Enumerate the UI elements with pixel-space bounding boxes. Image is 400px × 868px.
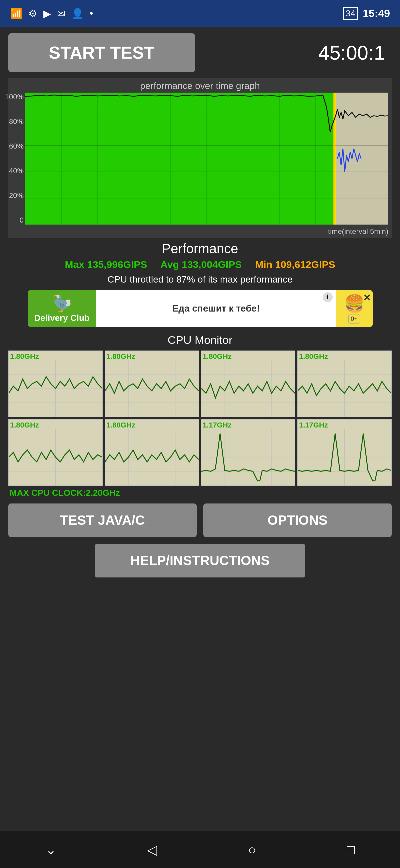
y-label-60: 60% <box>9 142 24 151</box>
cpu-graph-8 <box>298 429 391 486</box>
cpu-wave-5 <box>9 429 102 486</box>
ad-message: Еда спешит к тебе! <box>96 290 336 327</box>
cpu-grid-top: 1.80GHz 1.80GHz <box>8 350 392 417</box>
timer-display: 45:00:1 <box>318 41 385 64</box>
stat-max: Max 135,996GIPS <box>65 259 147 270</box>
battery-indicator: 34 <box>343 7 358 20</box>
cpu-monitor-title: CPU Monitor <box>8 334 392 346</box>
status-bar-right: 34 15:49 <box>343 7 390 20</box>
cpu-freq-3: 1.80GHz <box>203 352 232 361</box>
y-label-80: 80% <box>9 117 24 126</box>
nav-chevron-down-button[interactable]: ⌄ <box>35 839 67 861</box>
graph-x-label: time(interval 5min) <box>328 227 388 236</box>
cpu-graph-4 <box>298 360 391 417</box>
cpu-freq-4: 1.80GHz <box>299 352 328 361</box>
ad-food-icon: 🍔 <box>344 294 365 313</box>
cpu-monitor-section: CPU Monitor 1.80GHz <box>8 334 392 498</box>
ad-ostrich-icon: 🦤 <box>52 294 72 313</box>
cpu-graph-7 <box>201 429 295 486</box>
cpu-wave-2 <box>105 360 199 417</box>
cpu-graph-3 <box>201 360 295 417</box>
ad-info-button[interactable]: ℹ <box>323 292 333 302</box>
cpu-cell-7: 1.17GHz <box>201 419 295 486</box>
mail-icon: ✉ <box>57 8 65 19</box>
ad-banner[interactable]: 🦤 Delivery Club Еда спешит к тебе! 🍔 0+ … <box>28 290 373 327</box>
cpu-graph-5 <box>9 429 102 486</box>
cpu-cell-3: 1.80GHz <box>201 350 295 417</box>
help-instructions-button[interactable]: HELP/INSTRUCTIONS <box>95 544 306 578</box>
dot-icon: • <box>90 8 93 19</box>
cpu-freq-2: 1.80GHz <box>106 352 135 361</box>
nav-recent-button[interactable]: □ <box>337 839 365 861</box>
top-row: START TEST 45:00:1 <box>8 33 392 72</box>
performance-graph-container: performance over time graph 100% 80% 60%… <box>8 78 392 238</box>
y-label-0: 0 <box>20 216 24 224</box>
cpu-wave-6 <box>105 429 199 486</box>
status-bar: 📶 ⚙ ▶ ✉ 👤 • 34 15:49 <box>0 0 400 27</box>
cpu-freq-8: 1.17GHz <box>299 421 328 430</box>
cpu-cell-6: 1.80GHz <box>105 419 199 486</box>
test-java-button[interactable]: TEST JAVA/C <box>8 503 197 537</box>
cpu-cell-2: 1.80GHz <box>105 350 199 417</box>
y-label-100: 100% <box>5 93 24 101</box>
ad-brand: Delivery Club <box>34 313 90 323</box>
cpu-freq-6: 1.80GHz <box>106 421 135 430</box>
y-label-20: 20% <box>9 191 24 200</box>
cpu-wave-3 <box>201 360 295 417</box>
nav-home-button[interactable]: ○ <box>238 839 266 861</box>
start-test-button[interactable]: START TEST <box>8 33 195 72</box>
cpu-wave-4 <box>298 360 391 417</box>
graph-svg <box>25 93 388 224</box>
cpu-freq-1: 1.80GHz <box>10 352 39 361</box>
graph-y-labels: 100% 80% 60% 40% 20% 0 <box>8 93 25 224</box>
cpu-freq-7: 1.17GHz <box>203 421 232 430</box>
stat-avg: Avg 133,004GIPS <box>160 259 242 270</box>
graph-canvas <box>25 93 388 224</box>
ad-close-button[interactable]: ✕ <box>363 292 371 303</box>
graph-title: performance over time graph <box>8 81 392 91</box>
throttle-text: CPU throttled to 87% of its max performa… <box>8 274 392 285</box>
cpu-wave-8 <box>298 429 391 486</box>
cpu-cell-1: 1.80GHz <box>8 350 103 417</box>
cpu-graph-2 <box>105 360 199 417</box>
stat-min: Min 109,612GIPS <box>255 259 335 270</box>
y-label-40: 40% <box>9 166 24 175</box>
ad-age-rating: 0+ <box>348 314 360 323</box>
performance-label: Performance <box>8 241 392 256</box>
cpu-graph-1 <box>9 360 102 417</box>
wifi-icon: 📶 <box>10 8 22 19</box>
cpu-freq-5: 1.80GHz <box>10 421 39 430</box>
person-icon: 👤 <box>71 8 84 19</box>
ad-left: 🦤 Delivery Club <box>28 291 96 327</box>
blue-dip-line <box>337 149 361 172</box>
nav-back-button[interactable]: ◁ <box>137 839 167 861</box>
cpu-wave-7 <box>201 429 295 486</box>
cpu-graph-6 <box>105 429 199 486</box>
cpu-cell-5: 1.80GHz <box>8 419 103 486</box>
bottom-buttons: TEST JAVA/C OPTIONS <box>8 503 392 537</box>
settings-icon: ⚙ <box>28 8 37 19</box>
max-cpu-clock: MAX CPU CLOCK:2.20GHz <box>8 488 392 498</box>
performance-stats: Max 135,996GIPS Avg 133,004GIPS Min 109,… <box>8 259 392 270</box>
clock-display: 15:49 <box>363 7 390 20</box>
cpu-wave-1 <box>9 360 102 417</box>
cpu-cell-4: 1.80GHz <box>297 350 392 417</box>
cpu-cell-8: 1.17GHz <box>297 419 392 486</box>
main-content: START TEST 45:00:1 performance over time… <box>0 27 400 594</box>
play-icon: ▶ <box>43 8 51 19</box>
performance-section: Performance Max 135,996GIPS Avg 133,004G… <box>8 241 392 285</box>
status-bar-left: 📶 ⚙ ▶ ✉ 👤 • <box>10 8 93 19</box>
navigation-bar: ⌄ ◁ ○ □ <box>0 831 400 868</box>
cpu-grid-bottom: 1.80GHz 1.80GHz <box>8 419 392 486</box>
options-button[interactable]: OPTIONS <box>203 503 392 537</box>
